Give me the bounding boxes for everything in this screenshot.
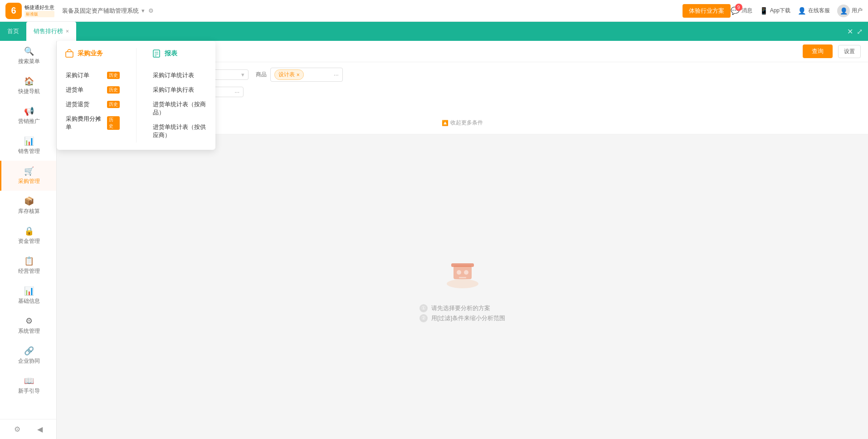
logo-area: 6 畅捷通好生意 标准版: [5, 3, 62, 19]
logo-name: 畅捷通好生意: [24, 4, 54, 11]
user-item[interactable]: 👤 用户: [837, 5, 863, 17]
sidebar-item-operations[interactable]: 📋 经营管理: [0, 251, 56, 281]
tab-close-window-icon[interactable]: ✕: [847, 27, 853, 36]
sidebar-settings-icon[interactable]: ⚙: [14, 425, 20, 434]
sidebar-item-purchase[interactable]: 🛒 采购管理: [0, 161, 56, 191]
online-service-label: 在线客服: [808, 7, 830, 15]
dropdown-purchase-return[interactable]: 进货退货 历史: [64, 97, 122, 112]
collapse-button[interactable]: 🔼 收起更多条件: [436, 117, 488, 128]
sidebar-label-cooperation: 企业协同: [18, 357, 40, 365]
notification-badge: 9: [735, 4, 742, 11]
sidebar-item-basic-info[interactable]: 📊 基础信息: [0, 281, 56, 311]
title-settings-icon[interactable]: ⚙: [148, 7, 154, 14]
tab-home-label: 首页: [7, 27, 19, 35]
report-receipt-by-goods-label: 进货单统计表（按商品）: [153, 100, 207, 117]
report-order-exec-label: 采购订单执行表: [153, 86, 194, 94]
top-bar: 6 畅捷通好生意 标准版 装备及固定资产辅助管理系统 ▾ ⚙ 体验行业方案 💬 …: [0, 0, 868, 22]
collapse-label: 收起更多条件: [450, 119, 483, 127]
empty-step-1: ① 请先选择要分析的方案: [419, 304, 505, 312]
step-2-num: ②: [419, 314, 428, 322]
sidebar-label-sales: 销售管理: [18, 148, 40, 155]
empty-state-steps: ① 请先选择要分析的方案 ② 用[过滤]条件来缩小分析范围: [419, 302, 505, 324]
sidebar-label-funds: 资金管理: [18, 237, 40, 245]
goods-more-icon[interactable]: ···: [334, 71, 339, 78]
app-download-item[interactable]: 📱 App下载: [760, 7, 790, 15]
dropdown-report-receipt-by-supplier[interactable]: 进货单统计表（按供应商）: [151, 120, 209, 143]
purchase-receipt-label: 进货单: [66, 86, 83, 94]
dropdown-report-receipt-by-goods[interactable]: 进货单统计表（按商品）: [151, 97, 209, 120]
dropdown-purchase-expense[interactable]: 采购费用分摊单 历史: [64, 112, 122, 134]
svg-rect-2: [451, 263, 474, 267]
report-col-icon: [151, 48, 162, 59]
dropdown-purchase-receipt[interactable]: 进货单 历史: [64, 83, 122, 97]
basic-info-icon: 📊: [24, 286, 34, 296]
online-service-item[interactable]: 👤 在线客服: [798, 7, 830, 15]
sidebar-item-marketing[interactable]: 📢 营销推广: [0, 101, 56, 131]
funds-icon: 🔒: [24, 226, 34, 236]
sidebar-item-inventory[interactable]: 📦 库存核算: [0, 191, 56, 221]
sidebar-item-search[interactable]: 🔍 搜索菜单: [0, 41, 56, 71]
notification-label: 消息: [741, 7, 752, 15]
tab-bar: 首页 销售排行榜 × ✕ ⤢: [0, 22, 868, 41]
goods-tag: 设计表 ×: [274, 69, 304, 80]
trial-button[interactable]: 体验行业方案: [683, 4, 731, 18]
system-title-area: 装备及固定资产辅助管理系统 ▾ ⚙: [62, 7, 679, 15]
purchase-order-history-badge: 历史: [107, 72, 120, 79]
dropdown-purchase-title: 采购业务: [78, 49, 103, 58]
svg-point-4: [464, 270, 468, 275]
sidebar-item-sales[interactable]: 📊 销售管理: [0, 131, 56, 161]
system-title-text: 装备及固定资产辅助管理系统: [62, 7, 139, 15]
svg-rect-5: [459, 277, 466, 278]
sidebar: 🔍 搜索菜单 🏠 快捷导航 📢 营销推广 📊 销售管理 🛒 采购管理 📦: [0, 41, 57, 439]
purchase-col-icon: [64, 48, 75, 59]
collapse-up-icon: 🔼: [442, 120, 449, 126]
filter-goods: 商品 设计表 × ···: [256, 68, 343, 82]
sidebar-label-marketing: 营销推广: [18, 118, 40, 125]
query-button[interactable]: 查询: [803, 44, 833, 58]
sidebar-label-search: 搜索菜单: [18, 58, 40, 65]
sidebar-item-system[interactable]: ⚙ 系统管理: [0, 311, 56, 340]
empty-step-2: ② 用[过滤]条件来缩小分析范围: [419, 314, 505, 322]
tab-sales-rank-label: 销售排行榜: [34, 27, 63, 35]
sidebar-collapse-icon[interactable]: ◀: [37, 425, 43, 434]
sidebar-label-purchase: 采购管理: [18, 178, 40, 185]
system-icon: ⚙: [25, 316, 33, 326]
goods-tag-close-icon[interactable]: ×: [297, 72, 300, 78]
operations-icon: 📋: [24, 256, 34, 266]
tab-end-buttons: ✕ ⤢: [847, 27, 868, 36]
purchase-icon: 🛒: [24, 166, 34, 176]
dropdown-report-title: 报表: [165, 49, 177, 58]
tab-sales-rank[interactable]: 销售排行榜 ×: [26, 22, 76, 41]
sidebar-item-guide[interactable]: 📖 新手引导: [0, 370, 56, 400]
tab-close-icon[interactable]: ×: [66, 28, 69, 35]
dropdown-menu: 采购业务 采购订单 历史 进货单 历史 进货退货 历史 采购费用分摊单 历史: [57, 41, 215, 150]
title-dropdown-icon[interactable]: ▾: [141, 7, 145, 14]
top-right-area: 💬 9 消息 📱 App下载 👤 在线客服 👤 用户: [731, 5, 863, 17]
dropdown-columns: 采购业务 采购订单 历史 进货单 历史 进货退货 历史 采购费用分摊单 历史: [64, 48, 208, 143]
settings-button[interactable]: 设置: [838, 45, 861, 58]
sidebar-item-funds[interactable]: 🔒 资金管理: [0, 221, 56, 251]
purchase-expense-history-badge: 历史: [107, 116, 120, 130]
sidebar-item-quick-nav[interactable]: 🏠 快捷导航: [0, 71, 56, 101]
report-order-stat-label: 采购订单统计表: [153, 71, 194, 79]
step-1-text: 请先选择要分析的方案: [431, 304, 490, 312]
sidebar-item-cooperation[interactable]: 🔗 企业协同: [0, 340, 56, 370]
goods-tag-label: 设计表: [278, 71, 295, 79]
dropdown-purchase-order[interactable]: 采购订单 历史: [64, 68, 122, 83]
dropdown-report-order-stat[interactable]: 采购订单统计表: [151, 68, 209, 83]
tab-resize-icon[interactable]: ⤢: [857, 27, 863, 36]
dropdown-report-order-exec[interactable]: 采购订单执行表: [151, 83, 209, 97]
tab-home[interactable]: 首页: [0, 22, 26, 41]
sidebar-label-basic-info: 基础信息: [18, 297, 40, 305]
marketing-icon: 📢: [24, 106, 34, 116]
salesperson-more-icon[interactable]: ···: [234, 89, 239, 95]
empty-state: ① 请先选择要分析的方案 ② 用[过滤]条件来缩小分析范围: [57, 134, 868, 439]
sales-icon: 📊: [24, 136, 34, 146]
goods-label: 商品: [256, 71, 267, 79]
sidebar-label-operations: 经营管理: [18, 267, 40, 275]
notification-icon: 💬 9: [731, 6, 740, 15]
guide-icon: 📖: [24, 376, 34, 386]
voucher-status-dropdown-icon[interactable]: ▾: [241, 71, 244, 78]
notification-item[interactable]: 💬 9 消息: [731, 6, 752, 15]
svg-rect-6: [66, 52, 73, 57]
